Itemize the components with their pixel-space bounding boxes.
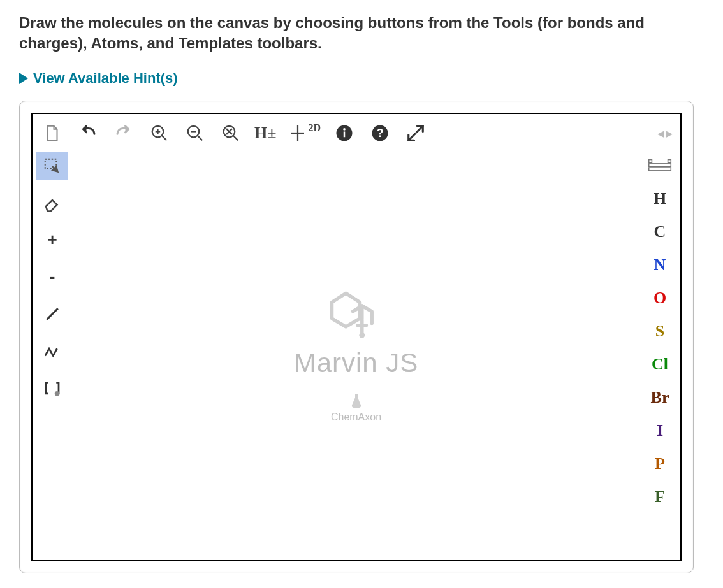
fullscreen-icon[interactable]	[404, 121, 428, 145]
left-toolbar: + -	[35, 150, 69, 557]
atom-f-button[interactable]: F	[645, 484, 675, 510]
svg-rect-25	[649, 164, 671, 167]
zoom-in-icon[interactable]	[147, 121, 172, 145]
svg-rect-14	[344, 131, 346, 137]
svg-rect-23	[649, 159, 652, 162]
svg-line-21	[47, 308, 58, 320]
svg-rect-26	[649, 168, 671, 171]
chemaxon-flask-icon	[350, 392, 363, 409]
atom-o-button[interactable]: O	[645, 285, 675, 312]
triangle-right-icon	[19, 73, 28, 84]
single-bond-tool[interactable]	[36, 300, 68, 328]
instructions-text: Draw the molecules on the canvas by choo…	[19, 13, 704, 54]
atom-i-button[interactable]: I	[645, 417, 675, 444]
decrease-charge-tool[interactable]: -	[36, 263, 68, 291]
svg-rect-24	[668, 159, 671, 162]
undo-icon[interactable]	[76, 121, 100, 145]
svg-line-8	[233, 136, 238, 141]
redo-icon[interactable]	[112, 121, 136, 145]
chevron-left-icon: ◂	[657, 125, 664, 141]
svg-point-28	[355, 394, 358, 396]
marvin-logo-icon	[321, 284, 391, 341]
help-icon[interactable]: ?	[368, 121, 392, 145]
right-toolbar: HCNOSClBrIPF	[642, 150, 678, 557]
svg-point-22	[55, 391, 60, 396]
atom-h-button[interactable]: H	[645, 185, 675, 212]
atom-br-button[interactable]: Br	[645, 384, 675, 411]
atom-c-button[interactable]: C	[645, 219, 675, 245]
bracket-tool[interactable]	[36, 374, 68, 402]
atom-n-button[interactable]: N	[645, 252, 675, 278]
periodic-table-button[interactable]	[645, 152, 675, 179]
editor-frame: H± 2D ? ◂ ▸	[19, 101, 694, 573]
marvin-editor: H± 2D ? ◂ ▸	[31, 113, 682, 561]
view-hints-toggle[interactable]: View Available Hint(s)	[19, 70, 704, 87]
toolbar-pager[interactable]: ◂ ▸	[657, 125, 676, 141]
hints-label: View Available Hint(s)	[33, 70, 178, 87]
svg-line-5	[198, 136, 203, 141]
zoom-reset-icon[interactable]	[219, 121, 243, 145]
watermark-title: Marvin JS	[294, 348, 419, 378]
chain-tool[interactable]	[36, 337, 68, 365]
chevron-right-icon: ▸	[666, 125, 673, 141]
svg-point-27	[359, 333, 365, 338]
top-toolbar: H± 2D ? ◂ ▸	[36, 118, 676, 148]
explicit-h-button[interactable]: H±	[254, 124, 277, 143]
atom-cl-button[interactable]: Cl	[645, 351, 675, 378]
drawing-canvas[interactable]: Marvin JS ChemAxon	[71, 150, 641, 557]
svg-point-15	[343, 128, 346, 131]
clean-2d-button[interactable]: 2D	[288, 121, 321, 145]
atom-p-button[interactable]: P	[645, 450, 675, 477]
svg-line-1	[162, 136, 167, 141]
eraser-tool[interactable]	[36, 189, 68, 217]
info-icon[interactable]	[332, 121, 356, 145]
increase-charge-tool[interactable]: +	[36, 226, 68, 254]
atom-s-button[interactable]: S	[645, 318, 675, 345]
watermark-brand: ChemAxon	[331, 412, 381, 423]
new-document-icon[interactable]	[40, 121, 64, 145]
selection-tool[interactable]	[36, 152, 68, 180]
svg-text:?: ?	[377, 127, 384, 140]
zoom-out-icon[interactable]	[183, 121, 207, 145]
